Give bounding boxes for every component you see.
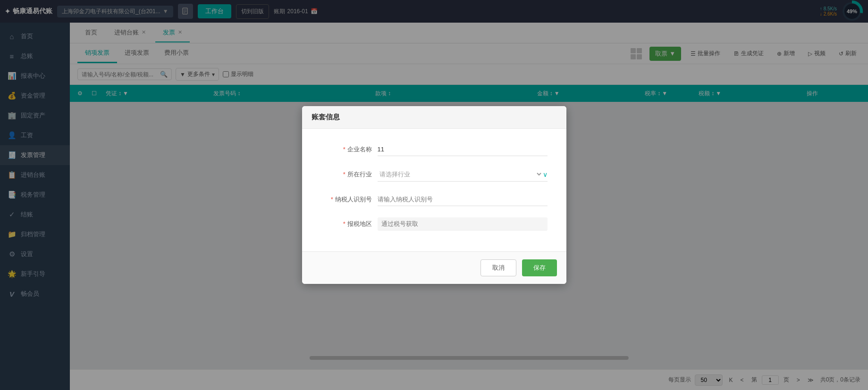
company-name-input[interactable] bbox=[378, 143, 548, 156]
form-row-industry: * 所在行业 请选择行业 ∨ bbox=[321, 167, 548, 182]
modal-footer: 取消 保存 bbox=[302, 251, 566, 284]
required-star-3: * bbox=[331, 196, 333, 203]
required-star-4: * bbox=[343, 220, 346, 227]
tax-id-label: * 纳税人识别号 bbox=[321, 195, 378, 204]
form-row-tax-region: * 报税地区 bbox=[321, 217, 548, 231]
industry-label: * 所在行业 bbox=[321, 170, 378, 179]
form-row-tax-id: * 纳税人识别号 bbox=[321, 193, 548, 206]
required-star-1: * bbox=[343, 146, 346, 153]
company-name-label: * 企业名称 bbox=[321, 145, 378, 154]
tax-region-input bbox=[378, 217, 548, 231]
modal-title: 账套信息 bbox=[312, 113, 557, 122]
industry-select[interactable]: 请选择行业 bbox=[378, 167, 543, 181]
modal-body: * 企业名称 * 所在行业 请选择行业 ∨ bbox=[302, 129, 566, 251]
account-info-modal: 账套信息 * 企业名称 * 所在行业 请选择行业 bbox=[302, 106, 566, 284]
form-row-company-name: * 企业名称 bbox=[321, 143, 548, 156]
industry-select-wrap: 请选择行业 ∨ bbox=[378, 167, 548, 182]
modal-overlay: 账套信息 * 企业名称 * 所在行业 请选择行业 bbox=[0, 0, 868, 390]
tax-region-label: * 报税地区 bbox=[321, 220, 378, 228]
save-button[interactable]: 保存 bbox=[522, 259, 557, 276]
industry-chevron-icon: ∨ bbox=[543, 171, 548, 178]
modal-header: 账套信息 bbox=[302, 106, 566, 129]
tax-id-input[interactable] bbox=[378, 193, 548, 206]
cancel-button[interactable]: 取消 bbox=[480, 259, 516, 276]
required-star-2: * bbox=[343, 171, 346, 178]
